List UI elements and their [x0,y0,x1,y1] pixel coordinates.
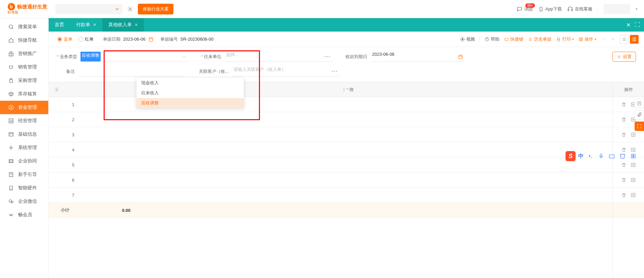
main-area: 首页付款单✕其他收入单✕ ✕ ⛶ 蓝单 红单 单据日期 2023-06-06 [49,18,644,278]
online-service-button[interactable]: 在线客服 [567,6,592,12]
tab-1[interactable]: 付款单✕ [70,18,102,32]
sidebar-item-5[interactable]: 库存核算 [0,87,48,101]
ime-logo-icon[interactable]: S [566,151,576,161]
org-selector[interactable] [55,4,122,14]
app-download-button[interactable]: App下载 [538,6,562,12]
sidebar-item-10[interactable]: 企业协同 [0,154,48,168]
help-button[interactable]: 帮助 [485,36,499,42]
ops-header: 操作 [613,82,644,97]
sidebar-item-label: 搜索菜单 [18,24,37,30]
list-view-icon [622,37,627,42]
sidebar-item-label: 基础信息 [18,131,37,137]
delete-icon[interactable] [621,192,627,198]
dropdown-option-1[interactable]: 往来收入 [137,88,244,98]
sidebar-item-6[interactable]: 资金管理 [0,101,48,114]
ime-menu-icon[interactable] [629,152,637,160]
sidebar-item-14[interactable]: 畅会员 [0,208,48,222]
due-date-label: 收款到期日 [345,54,367,60]
delete-icon[interactable] [621,132,627,137]
sidebar-item-4[interactable]: 采购管理 [0,74,48,87]
chevron-down-icon[interactable]: ▾ [636,7,637,11]
ime-punct-icon[interactable]: •, [586,152,594,160]
add-icon[interactable] [631,162,636,168]
gear-icon[interactable] [127,6,133,12]
history-button[interactable]: 历史单据 [528,36,551,42]
ime-mode-label[interactable]: 中 [578,153,584,160]
table-row[interactable]: 6 [49,173,612,188]
next-icon[interactable] [610,37,615,42]
add-icon[interactable] [631,177,636,183]
gear-icon[interactable] [54,87,59,92]
add-icon[interactable] [631,192,636,198]
sidebar-item-0[interactable]: 搜索菜单 [0,20,48,34]
edge-attach-icon[interactable] [635,110,644,120]
sidebar-item-12[interactable]: 智能硬件 [0,181,48,195]
wechat-icon [8,198,14,204]
video-button[interactable]: 视频 [460,36,475,42]
table-row[interactable]: 2 [49,112,612,127]
sidebar-item-label: 系统管理 [18,145,37,151]
sidebar-item-label: 库存核算 [18,91,37,97]
tab-0[interactable]: 首页 [49,18,70,32]
radio-blue[interactable]: 蓝单 [57,36,72,42]
chevron-down-icon [115,7,119,11]
messages-button[interactable]: 消息 99+ [517,6,533,12]
sidebar-item-9[interactable]: 系统管理 [0,141,48,154]
sidebar-item-7[interactable]: 经营管理 [0,114,48,128]
edge-note-icon[interactable] [635,99,644,108]
sidebar-item-13[interactable]: 企业微信 [0,195,48,208]
sidebar-item-1[interactable]: 快捷导航 [0,34,48,47]
operate-button[interactable]: 操作▾ [579,36,596,42]
related-customer-input[interactable]: 请输入关联客户（收入单） [232,66,326,77]
doc-type-radio-group: 蓝单 红单 [55,35,96,44]
add-icon[interactable] [631,132,636,137]
delete-icon[interactable] [621,117,627,122]
table-row[interactable]: 7 [49,188,612,203]
user-avatar[interactable] [603,4,630,14]
svg-point-4 [9,25,13,29]
doc-date-value[interactable]: 2023-06-06 [123,37,146,42]
edge-expand-icon[interactable] [635,122,644,131]
table-row[interactable]: 5 [49,157,612,173]
delete-icon[interactable] [621,102,627,107]
sidebar-item-8[interactable]: 基础信息 [0,128,48,141]
settings-button[interactable]: 设置 [612,52,636,62]
table-row[interactable]: 4 [49,142,612,157]
remark-input[interactable] [78,66,172,77]
sidebar-item-3[interactable]: 销售管理 [0,60,48,74]
sidebar-item-label: 销售管理 [18,64,37,70]
shortcut-button[interactable]: 快捷键 [504,36,523,42]
print-button[interactable]: 打印▾ [556,36,574,42]
prev-icon[interactable] [601,37,606,42]
close-all-tabs-icon[interactable]: ✕ [626,22,631,28]
view-card-button[interactable] [630,35,639,44]
dropdown-option-0[interactable]: 现金收入 [137,78,244,88]
tab-2[interactable]: 其他收入单✕ [102,18,144,32]
expand-icon[interactable]: ⛶ [635,22,640,28]
sidebar-item-label: 快捷导航 [18,37,37,43]
ime-keyboard-icon[interactable] [608,152,616,160]
more-icon[interactable]: ••• [331,69,338,74]
view-list-button[interactable] [620,35,629,44]
close-icon[interactable]: ✕ [135,22,138,27]
delete-icon[interactable] [621,177,627,183]
try-industry-button[interactable]: 体验行业方案 [138,4,173,14]
calendar-icon[interactable] [458,54,463,59]
sidebar-item-2[interactable]: 营销推广 [0,47,48,60]
counterparty-input[interactable]: 选择... [225,52,319,62]
dropdown-option-2[interactable]: 应收调整 [137,98,244,108]
chevron-up-icon[interactable]: ︿ [182,54,186,59]
divider [598,6,598,12]
delete-icon[interactable] [621,162,627,168]
due-date-input[interactable]: 2023-06-06 [371,52,465,62]
calendar-icon[interactable] [148,37,154,42]
more-icon[interactable]: ••• [324,54,331,59]
radio-red[interactable]: 红单 [78,36,94,42]
table-row[interactable]: 3 [49,127,612,142]
business-type-input[interactable]: 应收调整 [80,52,101,62]
sidebar-item-11[interactable]: 新手引导 [0,168,48,181]
close-icon[interactable]: ✕ [93,22,96,27]
ime-skin-icon[interactable] [619,152,627,160]
ime-mic-icon[interactable] [597,152,605,160]
table-row[interactable]: 1 [49,97,612,112]
